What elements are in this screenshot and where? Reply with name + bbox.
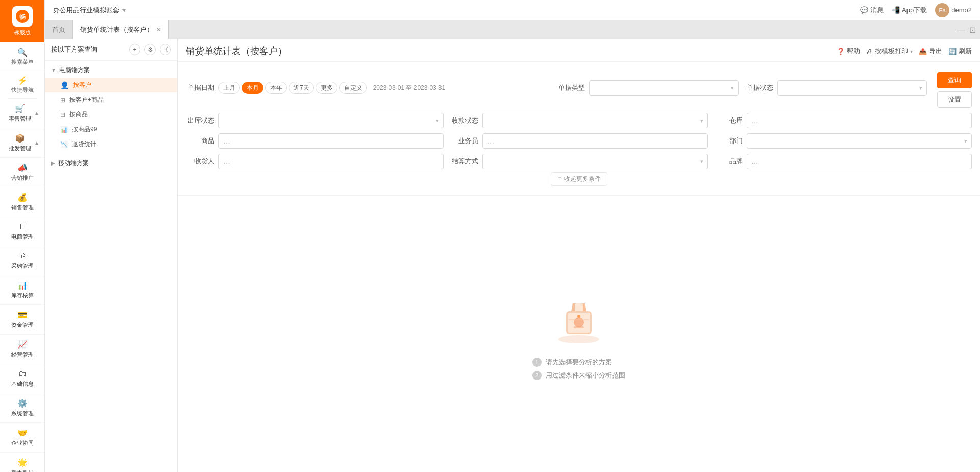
- page-header-actions: ❓ 帮助 🖨 按模板打印 ▾ 📤 导出 🔄 刷新: [837, 46, 972, 56]
- sidebar-item-retail[interactable]: 🛒 零售管理 ▲: [0, 99, 44, 128]
- bill-type-label: 单据类型: [556, 83, 585, 92]
- top-header: 办公用品行业模拟账套 ▾ 💬 消息 📲 App下载 Ea demo2: [45, 0, 980, 20]
- tab-maximize-icon[interactable]: ⊡: [969, 25, 976, 35]
- sidebar-item-marketing[interactable]: 📣 营销推广: [0, 158, 44, 187]
- date-btn-last-7days[interactable]: 近7天: [289, 82, 314, 94]
- sidebar-item-wholesale[interactable]: 📦 批发管理 ▲: [0, 128, 44, 158]
- filter-bill-type: 单据类型 ▾: [556, 80, 739, 96]
- filter-section: 单据日期 上月 本月 本年 近7天 更多 自定义 2023-03-01 至 20…: [186, 68, 972, 169]
- quick-nav-label: 快捷导航: [11, 86, 34, 94]
- sidebar-item-operations[interactable]: 📈 经营管理: [0, 335, 44, 364]
- settings-scheme-button[interactable]: ⚙: [144, 44, 156, 55]
- filter-product: 商品 …: [186, 133, 444, 149]
- date-btn-more[interactable]: 更多: [316, 82, 337, 94]
- sidebar-item-newbie[interactable]: 🌟 新手引导: [0, 453, 44, 472]
- help-action[interactable]: ❓ 帮助: [837, 46, 860, 56]
- add-scheme-button[interactable]: +: [129, 44, 140, 55]
- department-dropdown-icon: ▾: [964, 138, 967, 145]
- filter-fields: 单据日期 上月 本月 本年 近7天 更多 自定义 2023-03-01 至 20…: [186, 68, 972, 169]
- scheme-item-by-product-99[interactable]: 📊 按商品99: [45, 122, 177, 137]
- empty-state: 1 请先选择要分析的方案 2 用过滤条件来缩小分析范围: [178, 196, 980, 472]
- sidebar-item-finance[interactable]: 💳 资金管理: [0, 305, 44, 335]
- svg-text:畅: 畅: [19, 13, 26, 20]
- product-input[interactable]: …: [218, 133, 444, 149]
- sidebar-quick-nav[interactable]: ⚡ 快捷导航: [8, 70, 37, 99]
- sidebar-search[interactable]: 🔍 搜索菜单: [0, 42, 44, 70]
- recipient-input[interactable]: …: [218, 154, 444, 169]
- export-action[interactable]: 📤 导出: [919, 46, 942, 56]
- scheme-item-by-customer-product[interactable]: ⊞ 按客户+商品: [45, 92, 177, 107]
- filter-brand: 品牌 …: [714, 154, 972, 169]
- date-btn-this-month[interactable]: 本月: [242, 82, 263, 94]
- sidebar-logo[interactable]: 畅 标服版: [0, 0, 44, 42]
- collapse-filters-button[interactable]: ⌃ 收起更多条件: [551, 172, 607, 186]
- bill-type-dropdown-icon: ▾: [731, 85, 734, 91]
- mobile-group-header[interactable]: ▶ 移动端方案: [45, 156, 177, 171]
- tab-close-icon[interactable]: ✕: [156, 26, 161, 33]
- salesperson-input[interactable]: …: [482, 133, 707, 149]
- tip-text-2: 用过滤条件来缩小分析范围: [546, 371, 625, 380]
- help-icon: ❓: [837, 48, 845, 55]
- out-status-input[interactable]: ▾: [218, 113, 444, 128]
- receipt-status-input[interactable]: ▾: [482, 113, 707, 128]
- mobile-group-arrow-icon: ▶: [51, 160, 55, 166]
- collapse-chevron-icon: ⌃: [557, 176, 562, 182]
- bill-type-input[interactable]: ▾: [589, 80, 739, 96]
- sidebar-item-inventory[interactable]: 📊 库存核算: [0, 275, 44, 305]
- page-title: 销货单统计表（按客户）: [186, 45, 287, 57]
- svg-point-9: [577, 315, 580, 318]
- sidebar-item-basic[interactable]: 🗂 基础信息: [0, 364, 44, 393]
- receipt-status-dropdown-icon: ▾: [700, 117, 703, 124]
- message-icon: 💬: [860, 6, 868, 14]
- download-icon: 📲: [892, 6, 900, 14]
- left-panel-header: 按以下方案查询 + ⚙ 《: [45, 39, 177, 61]
- filter-row-3: 商品 … 业务员 …: [186, 133, 972, 149]
- date-btn-this-year[interactable]: 本年: [265, 82, 287, 94]
- settlement-label: 结算方式: [450, 157, 478, 166]
- settings-button[interactable]: 设置: [937, 91, 972, 108]
- desktop-group-header[interactable]: ▼ 电脑端方案: [45, 63, 177, 78]
- tabs-bar: 首页 销货单统计表（按客户） ✕ — ⊡: [45, 20, 980, 39]
- date-btn-custom[interactable]: 自定义: [339, 82, 367, 94]
- date-btn-last-month[interactable]: 上月: [218, 82, 240, 94]
- scheme-item-by-customer[interactable]: 👤 按客户: [45, 78, 177, 92]
- user-profile[interactable]: Ea demo2: [935, 3, 972, 17]
- department-input[interactable]: ▾: [747, 133, 972, 149]
- scheme-item-return-stats[interactable]: 📉 退货统计: [45, 137, 177, 152]
- sidebar-item-enterprise[interactable]: 🤝 企业协同: [0, 423, 44, 453]
- app-download-action[interactable]: 📲 App下载: [892, 6, 927, 15]
- scheme-item-by-product[interactable]: ⊟ 按商品: [45, 107, 177, 122]
- avatar: Ea: [935, 3, 949, 17]
- tab-minimize-icon[interactable]: —: [957, 25, 965, 34]
- app-title-text: 办公用品行业模拟账套: [53, 6, 119, 15]
- warehouse-input[interactable]: …: [747, 113, 972, 128]
- collapse-panel-button[interactable]: 《: [160, 44, 171, 55]
- scheme-by-customer-product-label: 按客户+商品: [69, 96, 104, 104]
- empty-tips: 1 请先选择要分析的方案 2 用过滤条件来缩小分析范围: [532, 358, 625, 380]
- sidebar-item-system[interactable]: ⚙️ 系统管理: [0, 393, 44, 423]
- bill-status-input[interactable]: ▾: [777, 80, 927, 96]
- sales-stats-tab-label: 销货单统计表（按客户）: [80, 25, 153, 34]
- message-label: 消息: [870, 6, 884, 15]
- date-label: 单据日期: [186, 83, 214, 92]
- tab-sales-stats[interactable]: 销货单统计表（按客户） ✕: [73, 20, 169, 39]
- bill-status-label: 单据状态: [745, 83, 773, 92]
- print-action[interactable]: 🖨 按模板打印 ▾: [866, 46, 913, 56]
- left-panel-actions: + ⚙ 《: [129, 44, 171, 55]
- sidebar-item-sales[interactable]: 💰 销售管理: [0, 187, 44, 217]
- settlement-input[interactable]: ▾: [482, 154, 707, 169]
- export-label: 导出: [929, 46, 942, 56]
- refresh-action[interactable]: 🔄 刷新: [948, 46, 972, 56]
- brand-input[interactable]: …: [747, 154, 972, 169]
- filter-warehouse: 仓库 …: [714, 113, 972, 128]
- sidebar-item-purchase[interactable]: 🛍 采购管理: [0, 246, 44, 275]
- sidebar-item-ecommerce[interactable]: 🖥 电商管理: [0, 217, 44, 246]
- product99-icon: 📊: [60, 126, 68, 133]
- message-action[interactable]: 💬 消息: [860, 6, 884, 15]
- title-dropdown-icon[interactable]: ▾: [122, 7, 126, 14]
- query-button[interactable]: 查询: [937, 72, 972, 88]
- empty-tip-1: 1 请先选择要分析的方案: [532, 358, 625, 367]
- desktop-group-arrow-icon: ▼: [51, 67, 56, 73]
- scheme-by-product-99-label: 按商品99: [72, 125, 97, 134]
- tab-home[interactable]: 首页: [45, 20, 73, 39]
